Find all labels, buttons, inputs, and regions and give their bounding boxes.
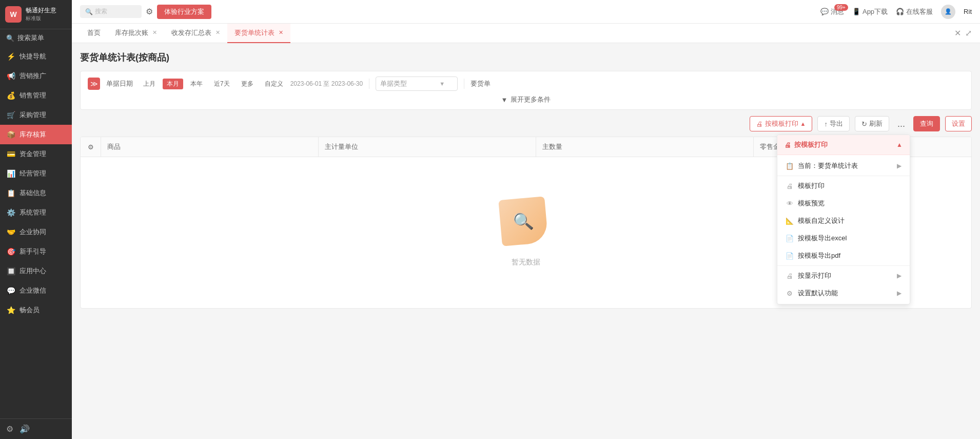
tab-order-stats[interactable]: 要货单统计表 ✕ <box>227 24 290 43</box>
dropdown-display-print[interactable]: 🖨 按显示打印 ▶ <box>777 267 910 284</box>
date-tab-more[interactable]: 更多 <box>237 79 258 89</box>
header-online-service[interactable]: 🎧 在线客服 <box>896 7 933 16</box>
sidebar-item-marketing[interactable]: 📢 营销推广 <box>0 66 72 86</box>
printer-icon2: 🖨 <box>785 141 791 149</box>
message-badge: 99+ <box>834 4 848 11</box>
sidebar-item-quick-nav[interactable]: ⚡ 快捷导航 <box>0 47 72 66</box>
dropdown-template-excel[interactable]: 📄 按模板导出excel <box>777 230 910 247</box>
quick-nav-icon: ⚡ <box>6 52 15 61</box>
tab-home[interactable]: 首页 <box>80 24 108 43</box>
refresh-button[interactable]: ↻ 刷新 <box>855 116 889 131</box>
search-icon: 🔍 <box>85 8 93 15</box>
username-label[interactable]: Rit <box>964 8 972 15</box>
nav-label: 畅会员 <box>19 306 40 315</box>
gear-icon[interactable]: ⚙ <box>146 7 153 16</box>
settings-button[interactable]: 设置 <box>945 116 972 131</box>
nav-label: 销售管理 <box>19 91 46 100</box>
display-print-icon: 🖨 <box>786 272 794 280</box>
tab-batch-account-label: 库存批次账 <box>115 28 148 37</box>
date-tab-this-month[interactable]: 本月 <box>163 79 183 89</box>
marketing-icon: 📢 <box>6 71 15 81</box>
export-button[interactable]: ↑ 导出 <box>817 116 850 131</box>
sidebar-item-member[interactable]: ⭐ 畅会员 <box>0 300 72 320</box>
settings-bottom-icon[interactable]: ⚙ <box>6 424 13 434</box>
expand-more-btn[interactable]: ▼ 展开更多条件 <box>88 95 964 104</box>
sidebar-item-apps[interactable]: 🔲 应用中心 <box>0 261 72 281</box>
print-template-button[interactable]: 🖨 按模板打印 ▲ <box>750 116 813 131</box>
order-type-select[interactable]: 单据类型 ▼ <box>376 77 458 91</box>
nav-label: 经营管理 <box>19 169 46 178</box>
sidebar-item-operations[interactable]: 📊 经营管理 <box>0 164 72 183</box>
sidebar-nav: ⚡ 快捷导航 📢 营销推广 💰 销售管理 🛒 采购管理 📦 库存核算 💳 资金管… <box>0 47 72 418</box>
dropdown-template-pdf[interactable]: 📄 按模板导出pdf <box>777 247 910 264</box>
expand-more-label: 展开更多条件 <box>511 95 551 104</box>
table-col-settings[interactable]: ⚙ <box>81 137 101 157</box>
header-message[interactable]: 💬 消息 99+ <box>820 7 844 16</box>
sidebar-item-collab[interactable]: 🤝 企业协同 <box>0 222 72 242</box>
nav-label: 企业协同 <box>19 227 46 237</box>
excel-icon: 📄 <box>786 234 794 242</box>
dropdown-template-excel-label: 按模板导出excel <box>798 234 847 243</box>
print-dropdown: 🖨 按模板打印 ▲ 📋 当前：要货单统计表 ▶ � <box>777 135 910 304</box>
tab-order-stats-label: 要货单统计表 <box>234 28 275 37</box>
trial-button[interactable]: 体验行业方案 <box>157 5 211 19</box>
date-tab-custom[interactable]: 自定义 <box>261 79 287 89</box>
nav-label: 营销推广 <box>19 71 46 81</box>
header-left: 🔍 搜索 ⚙ 体验行业方案 <box>80 5 211 19</box>
dropdown-template-custom[interactable]: 📐 模板自定义设计 <box>777 212 910 230</box>
service-label: 在线客服 <box>906 7 933 16</box>
tab-collection-summary[interactable]: 收发存汇总表 ✕ <box>164 24 227 43</box>
filter-expand-icon[interactable]: ≫ <box>88 78 100 90</box>
preview-icon: 👁 <box>786 199 794 207</box>
table-settings-icon[interactable]: ⚙ <box>88 143 94 151</box>
collab-icon: 🤝 <box>6 227 15 237</box>
page-title: 要货单统计表(按商品) <box>80 51 972 64</box>
main-area: 🔍 搜索 ⚙ 体验行业方案 💬 消息 99+ 📱 App下载 🎧 在线客服 👤 <box>72 0 980 439</box>
tab-order-stats-close[interactable]: ✕ <box>279 29 283 36</box>
header-search[interactable]: 🔍 搜索 <box>80 5 142 18</box>
logo-text: 畅通好生意 <box>26 7 56 15</box>
tab-collection-summary-close[interactable]: ✕ <box>215 29 220 36</box>
nav-label: 新手引导 <box>19 247 46 256</box>
sidebar-item-wechat[interactable]: 💬 企业微信 <box>0 281 72 300</box>
sidebar-item-finance[interactable]: 💳 资金管理 <box>0 144 72 164</box>
printer-icon: 🖨 <box>756 120 763 128</box>
sidebar-search[interactable]: 🔍 搜索菜单 <box>0 29 72 47</box>
header-app-download[interactable]: 📱 App下载 <box>852 7 888 16</box>
sidebar-item-system[interactable]: ⚙️ 系统管理 <box>0 203 72 222</box>
nav-label: 应用中心 <box>19 266 46 276</box>
date-tab-7days[interactable]: 近7天 <box>210 79 234 89</box>
sidebar-item-sales[interactable]: 💰 销售管理 <box>0 86 72 105</box>
sidebar-item-guide[interactable]: 🎯 新手引导 <box>0 242 72 261</box>
header: 🔍 搜索 ⚙ 体验行业方案 💬 消息 99+ 📱 App下载 🎧 在线客服 👤 <box>72 0 980 24</box>
maximize-button[interactable]: ⤢ <box>965 28 972 38</box>
close-window-button[interactable]: ✕ <box>954 28 961 38</box>
tab-batch-account-close[interactable]: ✕ <box>152 29 157 36</box>
order-category-label: 要货单 <box>471 79 491 88</box>
tab-batch-account[interactable]: 库存批次账 ✕ <box>108 24 164 43</box>
sidebar-item-purchase[interactable]: 🛒 采购管理 <box>0 105 72 125</box>
dropdown-template-print[interactable]: 🖨 模板打印 <box>777 177 910 195</box>
user-avatar[interactable]: 👤 <box>941 5 955 19</box>
date-tab-this-year[interactable]: 本年 <box>186 79 207 89</box>
sidebar-item-inventory[interactable]: 📦 库存核算 <box>0 125 72 144</box>
date-tab-prev-month[interactable]: 上月 <box>139 79 160 89</box>
print-dropdown-title-label: 按模板打印 <box>794 140 828 149</box>
sound-bottom-icon[interactable]: 🔊 <box>19 424 30 434</box>
nav-label: 快捷导航 <box>19 52 46 61</box>
dropdown-display-print-label: 按显示打印 <box>798 271 831 280</box>
select-chevron-icon: ▼ <box>439 81 445 87</box>
template-icon: 📋 <box>786 162 794 170</box>
refresh-label: 刷新 <box>869 119 883 128</box>
phone-icon: 📱 <box>852 8 860 15</box>
dropdown-default-func[interactable]: ⚙ 设置默认功能 ▶ <box>777 284 910 302</box>
dropdown-template-preview[interactable]: 👁 模板预览 <box>777 195 910 212</box>
print-dropdown-header[interactable]: 🖨 按模板打印 ▲ <box>777 135 910 155</box>
query-button[interactable]: 查询 <box>913 116 940 131</box>
dropdown-current-item[interactable]: 📋 当前：要货单统计表 ▶ <box>777 157 910 175</box>
avatar-placeholder: 👤 <box>945 8 952 15</box>
more-options-button[interactable]: ... <box>894 117 908 131</box>
tab-home-label: 首页 <box>87 28 101 37</box>
nav-label: 企业微信 <box>19 286 46 295</box>
sidebar-item-basic[interactable]: 📋 基础信息 <box>0 183 72 203</box>
